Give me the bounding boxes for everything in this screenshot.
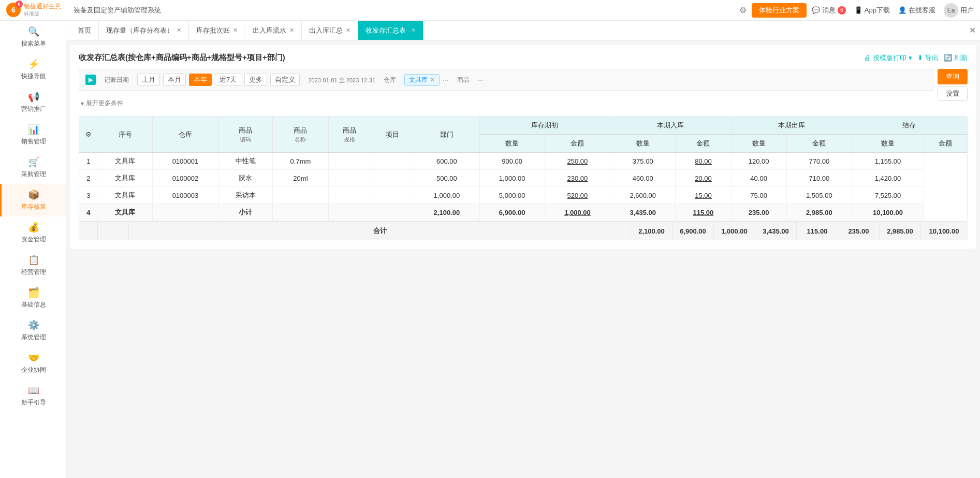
cell-open-qty: 1,000.00: [414, 187, 479, 204]
sidebar-item-search[interactable]: 🔍 搜索菜单: [0, 21, 66, 53]
warehouse-tag[interactable]: 文具库 ✕: [404, 74, 440, 86]
footer-open-amt: 6,900.00: [672, 222, 714, 240]
cell-open-qty: 500.00: [414, 170, 479, 187]
date-btn-more[interactable]: 更多: [244, 74, 267, 86]
export-button[interactable]: ⬇ 导出: [917, 53, 939, 63]
print-button[interactable]: 🖨 按模版打印 ▾: [864, 53, 912, 63]
cell-open-amt: 900.00: [479, 153, 545, 170]
date-range: 2023-01-01 至 2023-12-31: [308, 77, 375, 84]
tab-recv-send[interactable]: 收发存汇总表 ✕: [358, 21, 423, 40]
col-sub-in-amt: 金额: [676, 135, 731, 153]
table-config-icon[interactable]: ⚙: [79, 117, 98, 153]
filter-warehouse: 文具库 ✕ ···: [404, 74, 449, 86]
date-btn-7days[interactable]: 近7天: [215, 74, 241, 86]
tab-home[interactable]: 首页: [70, 21, 99, 40]
basic-icon: 🗂️: [28, 287, 39, 298]
sidebar-item-enterprise[interactable]: 🤝 企业协同: [0, 347, 66, 380]
sidebar-item-guide[interactable]: 📖 新手引导: [0, 380, 66, 412]
tab-stock-dist[interactable]: 现存量（库存分布表） ✕: [99, 21, 189, 40]
goods-more-icon[interactable]: ···: [478, 76, 484, 84]
cell-code: 0100003: [153, 187, 218, 204]
date-btn-last-month[interactable]: 上月: [137, 74, 160, 86]
cell-name: 中性笔: [218, 153, 273, 170]
sidebar-item-system[interactable]: ⚙️ 系统管理: [0, 314, 66, 347]
sidebar-item-basic[interactable]: 🗂️ 基础信息: [0, 282, 66, 314]
cell-project: [328, 170, 371, 187]
cell-warehouse: 文具库: [98, 170, 153, 187]
cell-out-qty: 115.00: [676, 204, 731, 221]
cell-bal-qty: 2,985.00: [786, 204, 852, 221]
app-download-button[interactable]: 📱 App下载: [854, 6, 890, 15]
sidebar-item-purchase[interactable]: 🛒 采购管理: [0, 151, 66, 184]
cell-out-qty[interactable]: 15.00: [676, 187, 731, 204]
message-icon: 💬: [812, 6, 820, 14]
date-btn-custom[interactable]: 自定义: [270, 74, 300, 86]
close-icon[interactable]: ✕: [233, 27, 238, 34]
col-header-opening: 库存期初: [479, 117, 610, 135]
sidebar-item-finance[interactable]: 💰 资金管理: [0, 216, 66, 249]
date-btn-this-year[interactable]: 本年: [189, 74, 212, 86]
service-icon: 👤: [898, 6, 906, 14]
cell-out-qty[interactable]: 80.00: [676, 153, 731, 170]
avatar: Ea: [944, 3, 958, 18]
search-icon: 🔍: [28, 26, 39, 37]
table-container: ⚙ 序号 仓库 商品编码 商品名称 商品规格 项目 部门 库存期初 本期入库: [79, 116, 968, 222]
tab-inout-summary[interactable]: 出入库汇总 ✕: [302, 21, 358, 40]
cell-open-qty: 600.00: [414, 153, 479, 170]
cell-out-qty[interactable]: 20.00: [676, 170, 731, 187]
cell-out-amt: 120.00: [731, 153, 786, 170]
sidebar-item-inventory[interactable]: 📦 库存核算: [0, 184, 66, 216]
filter-dates: 上月 本月 本年 近7天 更多 自定义: [137, 74, 300, 86]
online-service-button[interactable]: 👤 在线客服: [898, 6, 935, 15]
chevron-down-icon: ▾: [81, 100, 84, 107]
tab-inout-flow[interactable]: 出入库流水 ✕: [245, 21, 302, 40]
sales-icon: 📊: [28, 124, 39, 135]
close-icon[interactable]: ✕: [346, 27, 350, 34]
cell-open-qty: 2,100.00: [414, 204, 479, 221]
col-header-name: 商品名称: [273, 117, 328, 153]
expand-more-button[interactable]: ▾ 展开更多条件: [81, 99, 931, 108]
user-button[interactable]: Ea 用户: [944, 3, 974, 18]
sidebar-item-operation[interactable]: 📋 经营管理: [0, 249, 66, 282]
warehouse-more-icon[interactable]: ···: [443, 76, 449, 84]
cell-in-qty[interactable]: 230.00: [545, 170, 610, 187]
settings-button[interactable]: 设置: [938, 86, 968, 101]
cell-in-qty[interactable]: 250.00: [545, 153, 610, 170]
col-sub-in-qty: 数量: [610, 135, 676, 153]
cell-warehouse: 文具库: [98, 187, 153, 204]
filter-expand-icon[interactable]: ▶: [85, 75, 96, 85]
tab-bar: 首页 现存量（库存分布表） ✕ 库存批次账 ✕ 出入库流水 ✕ 出入库汇总 ✕: [66, 21, 980, 40]
cell-in-qty[interactable]: 520.00: [545, 187, 610, 204]
try-button[interactable]: 体验行业方案: [752, 3, 807, 18]
logo-text: 畅捷通好生意 标准版: [24, 3, 61, 17]
header-actions: 🖨 按模版打印 ▾ ⬇ 导出 🔄 刷新: [864, 53, 968, 63]
cell-bal-qty: 770.00: [786, 153, 852, 170]
col-header-code: 商品编码: [218, 117, 273, 153]
warehouse-remove-icon[interactable]: ✕: [430, 76, 435, 83]
enterprise-icon: 🤝: [28, 352, 39, 364]
tab-batch[interactable]: 库存批次账 ✕: [189, 21, 245, 40]
query-actions: 查询 设置: [938, 69, 968, 112]
table-row: 3 文具库 0100003 采访本 1,000.00 5,000.00: [79, 187, 967, 204]
refresh-button[interactable]: 🔄 刷新: [944, 53, 968, 63]
message-button[interactable]: 💬 消息 6: [812, 6, 846, 15]
cell-project: [328, 153, 371, 170]
cell-dept: [371, 187, 414, 204]
sidebar-item-sales[interactable]: 📊 销售管理: [0, 119, 66, 151]
sidebar-item-quick[interactable]: ⚡ 快捷导航: [0, 53, 66, 86]
cell-out-amt: 75.00: [731, 187, 786, 204]
tab-close-all[interactable]: ✕: [969, 25, 980, 35]
settings-icon[interactable]: ⚙: [739, 5, 747, 15]
cell-code: [153, 204, 218, 221]
date-btn-this-month[interactable]: 本月: [163, 74, 186, 86]
footer-out-amt: 235.00: [838, 222, 880, 240]
query-button[interactable]: 查询: [938, 69, 968, 84]
close-icon[interactable]: ✕: [177, 27, 181, 34]
warehouse-label: 仓库: [384, 76, 396, 84]
table-row: 2 文具库 0100002 胶水 20ml 500.00 1,000.00: [79, 170, 967, 187]
close-icon[interactable]: ✕: [289, 27, 294, 34]
cell-out-amt: 40.00: [731, 170, 786, 187]
close-icon[interactable]: ✕: [411, 27, 416, 34]
system-name: 装备及固定资产辅助管理系统: [74, 6, 734, 15]
sidebar-item-marketing[interactable]: 📢 营销推广: [0, 86, 66, 119]
